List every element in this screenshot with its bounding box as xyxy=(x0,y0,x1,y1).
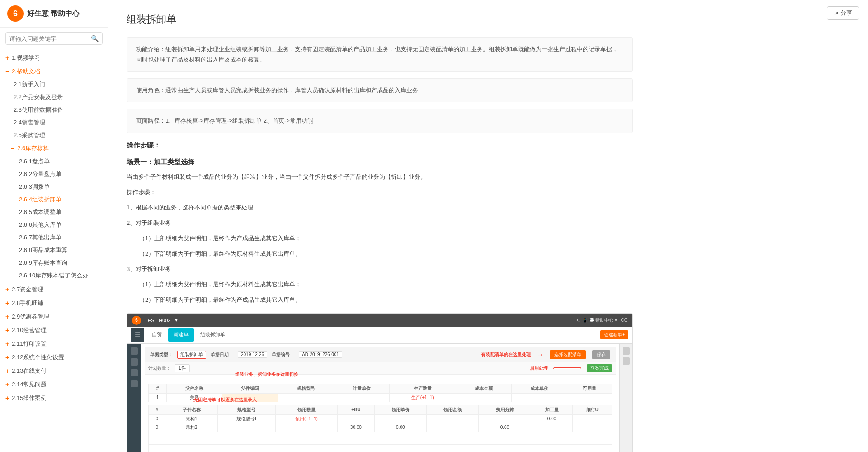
app-body: 单据类型： 组装拆卸单 单据日期： 2019-12-26 单据编号： AD-20… xyxy=(127,344,632,452)
sidebar-item-2-6-5[interactable]: 2.6.5成本调整单 xyxy=(0,206,108,219)
sidebar-item-2-6[interactable]: − 2.6库存核算 xyxy=(0,142,108,155)
minus-icon-2: − xyxy=(11,145,14,152)
annotation-4-text: 无固定清单可以逐条在这里录入 xyxy=(193,397,257,402)
sub-td-amt-2 xyxy=(426,423,478,432)
content-area: 组装拆卸单 功能介绍：组装拆卸单用来处理企业组装或拆卸等加工业务，支持有固定装配… xyxy=(108,0,651,452)
app-right-panel xyxy=(619,344,632,452)
app-tab-new[interactable]: 新建单 xyxy=(168,328,194,342)
app-date-val[interactable]: 2019-12-26 xyxy=(238,351,267,358)
sidebar-item-2-13[interactable]: + 2.13在线支付 xyxy=(0,364,108,378)
sidebar-item-2-10[interactable]: + 2.10经营管理 xyxy=(0,324,108,337)
sidebar-item-2-14-label: 2.14常见问题 xyxy=(12,381,47,389)
path-text: 页面路径：1、库存核算->库存管理->组装拆卸单 2、首页->常用功能 xyxy=(136,117,313,124)
app-logo: 6 xyxy=(132,316,141,325)
main-content: ↗ 分享 组装拆卸单 功能介绍：组装拆卸单用来处理企业组装或拆卸等加工业务，支持… xyxy=(108,0,868,452)
sub-th-bu: +BU xyxy=(338,405,375,414)
sidebar-item-2-6-3[interactable]: 2.6.3调拨单 xyxy=(0,181,108,193)
op-steps-sub: 操作步骤： xyxy=(127,186,633,198)
sub-th-qty: 领用数量 xyxy=(275,405,337,414)
intro-block: 功能介绍：组装拆卸单用来处理企业组装或拆卸等加工业务，支持有固定装配清单的产品加… xyxy=(127,37,633,72)
app-select-btn[interactable]: 选择装配清单 xyxy=(550,350,586,359)
sidebar-item-video-label: 1.视频学习 xyxy=(12,54,40,62)
sub-td-spec-1: 规格型号1 xyxy=(217,414,275,423)
sidebar-item-2-11-label: 2.11打印设置 xyxy=(12,340,47,348)
app-screenshot-inner: 6 TEST-H002 ▼ ⚙ 📱 💬 帮助中心 ▾ CC ☰ 自贸 新建单 组… xyxy=(127,314,632,452)
sidebar-item-2-6-4[interactable]: 2.6.4组装拆卸单 xyxy=(0,193,108,206)
annotation-line-1 xyxy=(212,375,258,375)
sub-td-amt-1 xyxy=(426,414,478,423)
plus-icon-8: + xyxy=(5,354,9,361)
brand-name: 好生意 帮助中心 xyxy=(27,9,80,19)
sidebar-item-2-13-label: 2.13在线支付 xyxy=(12,367,47,375)
plus-icon: + xyxy=(5,54,9,62)
sub-empty-row-3 xyxy=(149,444,612,451)
app-action-btn[interactable]: 保存 xyxy=(592,350,610,359)
sidebar-item-2-6-7[interactable]: 2.6.7其他出库单 xyxy=(0,231,108,244)
sidebar-item-2-6-8[interactable]: 2.6.8商品成本重算 xyxy=(0,244,108,257)
app-create-btn[interactable]: 创建新单+ xyxy=(600,330,628,339)
annotation-3-text: 启用处理 xyxy=(530,365,548,371)
search-box[interactable]: 🔍 xyxy=(5,32,103,45)
sidebar-item-2-11[interactable]: + 2.11打印设置 xyxy=(0,337,108,351)
app-nav-icon-1 xyxy=(131,347,138,355)
sidebar-item-2-6-2[interactable]: 2.6.2分量盘点单 xyxy=(0,168,108,181)
td-cost-price xyxy=(511,393,567,402)
sidebar-item-2-1[interactable]: 2.1新手入门 xyxy=(0,78,108,91)
sub-td-cost-2: 0.00 xyxy=(479,423,531,432)
sub-th-u: 细行U xyxy=(573,405,612,414)
sidebar-item-2-15[interactable]: + 2.15操作案例 xyxy=(0,391,108,405)
app-confirm-btn[interactable]: 立案完成 xyxy=(587,364,612,372)
search-input[interactable] xyxy=(9,35,91,42)
sidebar-item-2-8[interactable]: + 2.8手机旺铺 xyxy=(0,296,108,310)
sidebar-item-2-7[interactable]: + 2.7资金管理 xyxy=(0,283,108,296)
sidebar-item-2-3[interactable]: 2.3使用前数据准备 xyxy=(0,104,108,116)
sub-th-process: 加工量 xyxy=(531,405,573,414)
td-spec xyxy=(278,393,334,402)
sidebar-item-2-6-6[interactable]: 2.6.6其他入库单 xyxy=(0,219,108,231)
op-steps-title: 操作步骤： xyxy=(127,141,633,150)
sub-th-name: 子件名称 xyxy=(165,405,217,414)
sidebar: 6 好生意 帮助中心 🔍 + 1.视频学习 − 2.帮助文档 2.1新手入门 2… xyxy=(0,0,108,452)
page-title: 组装拆卸单 xyxy=(127,13,633,26)
app-count-val[interactable]: 1件 xyxy=(175,364,190,372)
app-billno-label: 单据编号： xyxy=(272,352,294,358)
sidebar-item-2-12[interactable]: + 2.12系统个性化设置 xyxy=(0,351,108,364)
app-form-toolbar: 单据类型： 组装拆卸单 单据日期： 2019-12-26 单据编号： AD-20… xyxy=(145,347,616,362)
sidebar-item-2-6-9[interactable]: 2.6.9库存账本查询 xyxy=(0,257,108,269)
plus-icon-4: + xyxy=(5,300,9,307)
sidebar-item-2-2[interactable]: 2.2产品安装及登录 xyxy=(0,91,108,104)
sub-td-price-2: 0.00 xyxy=(374,423,426,432)
sidebar-item-2-6-1[interactable]: 2.6.1盘点单 xyxy=(0,155,108,168)
plus-icon-10: + xyxy=(5,381,9,388)
sidebar-item-2-5[interactable]: 2.5采购管理 xyxy=(0,129,108,142)
sidebar-item-2-14[interactable]: + 2.14常见问题 xyxy=(0,378,108,391)
step1: 1、根据不同的业务，选择不同单据的类型来处理 xyxy=(127,202,633,214)
step2-1: （1）上部明细为父件明细，最终作为产成品生成其它入库单； xyxy=(139,233,633,244)
sidebar-nav: + 1.视频学习 − 2.帮助文档 2.1新手入门 2.2产品安装及登录 2.3… xyxy=(0,49,108,452)
app-bill-type-label: 单据类型： xyxy=(150,352,173,358)
app-billno-val[interactable]: AD-20191226-001 xyxy=(299,351,342,358)
app-supplier-input[interactable] xyxy=(553,367,581,369)
share-button[interactable]: ↗ 分享 xyxy=(827,6,859,20)
sidebar-item-2-9-label: 2.9优惠券管理 xyxy=(12,313,49,321)
plus-icon-7: + xyxy=(5,340,9,347)
app-tab-assembly[interactable]: 组装拆卸单 xyxy=(195,328,231,342)
sub-td-qty-1: 领用(+1 -1) xyxy=(275,414,337,423)
sub-th-spec: 规格型号 xyxy=(217,405,275,414)
sidebar-item-2-15-label: 2.15操作案例 xyxy=(12,394,47,402)
app-org-name: TEST-H002 xyxy=(145,318,170,323)
sidebar-item-docs[interactable]: − 2.帮助文档 xyxy=(0,65,108,78)
sidebar-item-video[interactable]: + 1.视频学习 xyxy=(0,51,108,65)
sub-table-row-1: 0 果构1 规格型号1 领用(+1 -1) 0.00 xyxy=(149,414,612,423)
sidebar-item-2-8-label: 2.8手机旺铺 xyxy=(12,299,43,307)
sidebar-item-2-9[interactable]: + 2.9优惠券管理 xyxy=(0,310,108,324)
sidebar-item-2-6-10[interactable]: 2.6.10库存账本错了怎么办 xyxy=(0,269,108,282)
app-tab-zizhan[interactable]: 自贸 xyxy=(146,328,167,342)
search-button[interactable]: 🔍 xyxy=(91,35,99,42)
step2: 2、对于组装业务 xyxy=(127,217,633,229)
role-block: 使用角色：通常由生产人员或库管人员完成拆装业务的操作，库管人员确认原材料的出库和… xyxy=(127,78,633,102)
app-top-bar: 6 TEST-H002 ▼ ⚙ 📱 💬 帮助中心 ▾ CC xyxy=(127,314,632,327)
sidebar-item-2-4[interactable]: 2.4销售管理 xyxy=(0,116,108,129)
annotation-1-text: 有装配清单的在这里处理 xyxy=(481,352,531,358)
app-bill-type-val[interactable]: 组装拆卸单 xyxy=(177,351,206,359)
